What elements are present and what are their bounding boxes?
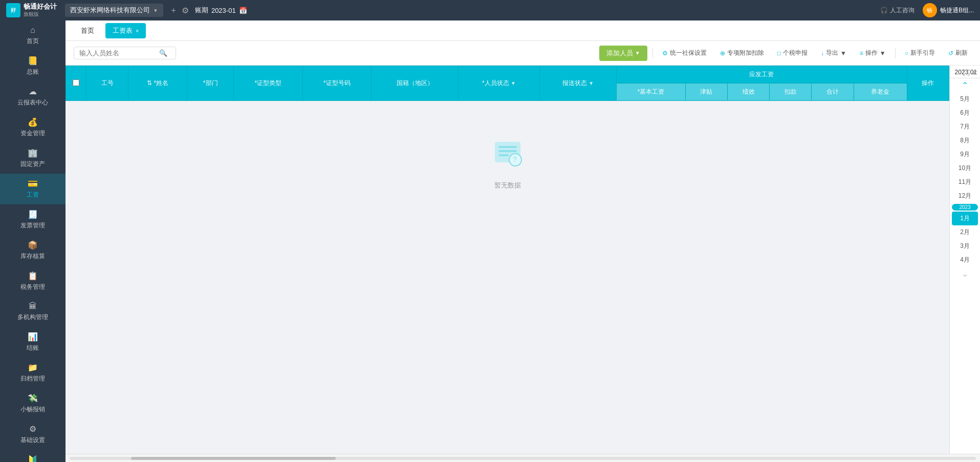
report-filter-icon[interactable]: ▼ (589, 80, 594, 86)
logo-icon: 好 (6, 3, 20, 17)
month-item-1[interactable]: 1月 (952, 212, 978, 225)
month-item-8[interactable]: 8月 (950, 134, 980, 148)
main-area: ⌂ 首页 📒 总账 ☁ 云报表中心 💰 资金管理 🏢 固定资产 💳 工资 (0, 20, 980, 462)
sidebar-item-asset[interactable]: 🏢 固定资产 (0, 143, 66, 174)
tab-home[interactable]: 首页 (74, 23, 101, 38)
export-label: 导出 (826, 49, 838, 57)
sidebar-item-ledger[interactable]: 📒 总账 (0, 51, 66, 81)
user-avatar: 畅 (923, 3, 937, 17)
th-deduction: 扣款 (770, 83, 812, 101)
th-total: 合计 (812, 83, 854, 101)
inventory-icon: 📦 (28, 240, 38, 250)
top-bar-right: 🎧 人工咨询 畅 畅捷通B组... (880, 3, 974, 17)
sidebar-item-guide[interactable]: 🔰 新手引导 (0, 450, 66, 462)
sidebar: ⌂ 首页 📒 总账 ☁ 云报表中心 💰 资金管理 🏢 固定资产 💳 工资 (0, 20, 66, 462)
personal-tax-icon: □ (777, 50, 781, 57)
sidebar-item-invoice[interactable]: 🧾 发票管理 (0, 204, 66, 235)
sidebar-item-multi-org[interactable]: 🏛 多机构管理 (0, 297, 66, 327)
multi-org-icon: 🏛 (29, 302, 37, 311)
svg-rect-2 (498, 150, 517, 152)
select-all-checkbox[interactable] (73, 79, 79, 86)
empty-icon: ? (487, 132, 528, 173)
scroll-bar-area[interactable] (66, 454, 980, 462)
personal-tax-btn[interactable]: □ 个税申报 (773, 47, 812, 59)
sidebar-item-label: 库存核算 (20, 252, 45, 261)
user-btn[interactable]: 畅 畅捷通B组... (923, 3, 974, 17)
month-scroll-down[interactable]: ⌄ (950, 267, 980, 281)
salary-table: 工号 ⇅ *姓名 *部门 *证型类型 *证型号码 国籍（地区） *人员状态 ▼ (66, 66, 949, 101)
scroll-track[interactable] (70, 457, 976, 460)
settings-btn[interactable]: ⚙ (182, 6, 189, 15)
th-country: 国籍（地区） (372, 66, 459, 101)
add-person-label: 添加人员 (606, 49, 633, 58)
sidebar-item-close[interactable]: 📊 结账 (0, 327, 66, 358)
sidebar-item-inventory[interactable]: 📦 库存核算 (0, 235, 66, 266)
scroll-thumb[interactable] (131, 457, 336, 460)
search-box[interactable]: 🔍 (74, 47, 176, 59)
separator-1 (652, 48, 653, 58)
th-action: 操作 (907, 66, 949, 101)
month-item-12[interactable]: 12月 (950, 189, 980, 203)
month-item-7[interactable]: 7月 (950, 120, 980, 134)
th-checkbox[interactable] (66, 66, 86, 101)
guide-btn[interactable]: ○ 新手引导 (901, 47, 939, 59)
operation-btn[interactable]: ≡ 操作 ▼ (856, 47, 890, 59)
sidebar-item-expense[interactable]: 💸 小畅报销 (0, 388, 66, 419)
close-panel-icon[interactable]: ✕ (972, 69, 978, 77)
guide-icon: 🔰 (28, 455, 38, 462)
month-item-4[interactable]: 4月 (950, 253, 980, 267)
export-btn[interactable]: ↓ 导出 ▼ (817, 47, 851, 59)
add-company-btn[interactable]: ＋ (169, 5, 178, 16)
th-allowance: 津贴 (685, 83, 727, 101)
sidebar-item-archive[interactable]: 📁 归档管理 (0, 358, 66, 388)
special-deduction-icon: ⊕ (720, 50, 725, 57)
company-selector[interactable]: 西安虾米网络科技有限公司 ▼ (65, 4, 163, 17)
service-btn[interactable]: 🎧 人工咨询 (880, 6, 914, 15)
service-label: 人工咨询 (890, 6, 914, 15)
sidebar-item-salary[interactable]: 💳 工资 (0, 174, 66, 204)
month-scroll-up[interactable]: ⌃ (950, 78, 980, 92)
logo: 好 畅通好会计 旗舰版 (6, 3, 57, 18)
social-security-btn[interactable]: ⚙ 统一社保设置 (658, 47, 711, 59)
toolbar: 🔍 添加人员 ▼ ⚙ 统一社保设置 ⊕ 专项附加扣除 (66, 41, 980, 66)
sidebar-item-fund[interactable]: 💰 资金管理 (0, 112, 66, 143)
user-label: 畅捷通B组... (940, 6, 974, 15)
month-item-10[interactable]: 10月 (950, 161, 980, 175)
month-item-6[interactable]: 6月 (950, 106, 980, 120)
sidebar-item-label: 发票管理 (20, 221, 45, 230)
tab-salary-table[interactable]: 工资表 × (105, 23, 146, 38)
operation-arrow-icon: ▼ (880, 50, 886, 57)
tab-close-icon[interactable]: × (136, 28, 139, 34)
expand-icon[interactable]: ⛶ (963, 69, 970, 77)
month-item-2[interactable]: 2月 (950, 225, 980, 239)
refresh-btn[interactable]: ↺ 刷新 (944, 47, 972, 59)
month-item-11[interactable]: 11月 (950, 175, 980, 189)
sidebar-item-tax[interactable]: 📋 税务管理 (0, 266, 66, 297)
fund-icon: 💰 (28, 117, 38, 127)
add-dropdown-icon: ▼ (635, 50, 640, 56)
sidebar-item-home[interactable]: ⌂ 首页 (0, 20, 66, 51)
sidebar-item-cloud-report[interactable]: ☁ 云报表中心 (0, 81, 66, 112)
sidebar-item-label: 工资 (27, 191, 39, 199)
sidebar-item-label: 资金管理 (20, 129, 45, 138)
special-deduction-btn[interactable]: ⊕ 专项附加扣除 (716, 47, 768, 59)
tab-home-label: 首页 (81, 27, 94, 34)
expense-icon: 💸 (28, 393, 38, 403)
calendar-icon[interactable]: 📅 (239, 7, 247, 14)
top-bar: 好 畅通好会计 旗舰版 西安虾米网络科技有限公司 ▼ ＋ ⚙ 账期 2023-0… (0, 0, 980, 20)
status-filter-icon[interactable]: ▼ (511, 80, 516, 86)
month-panel: 2023.01 ⛶ ✕ ⌃ 5月 6月 7月 8月 9月 10月 11月 12月 (949, 66, 980, 454)
month-item-5[interactable]: 5月 (950, 92, 980, 106)
top-bar-actions: ＋ ⚙ (169, 5, 189, 16)
sidebar-item-settings[interactable]: ⚙ 基础设置 (0, 419, 66, 450)
table-wrap[interactable]: 工号 ⇅ *姓名 *部门 *证型类型 *证型号码 国籍（地区） *人员状态 ▼ (66, 66, 949, 454)
tab-salary-label: 工资表 (113, 26, 133, 35)
salary-icon: 💳 (28, 179, 38, 188)
month-item-3[interactable]: 3月 (950, 239, 980, 253)
sidebar-item-label: 基础设置 (20, 436, 45, 445)
search-input[interactable] (79, 49, 156, 57)
add-person-btn[interactable]: 添加人员 ▼ (599, 46, 647, 61)
tax-icon: 📋 (28, 271, 38, 281)
month-item-9[interactable]: 9月 (950, 148, 980, 161)
search-icon: 🔍 (159, 49, 167, 57)
